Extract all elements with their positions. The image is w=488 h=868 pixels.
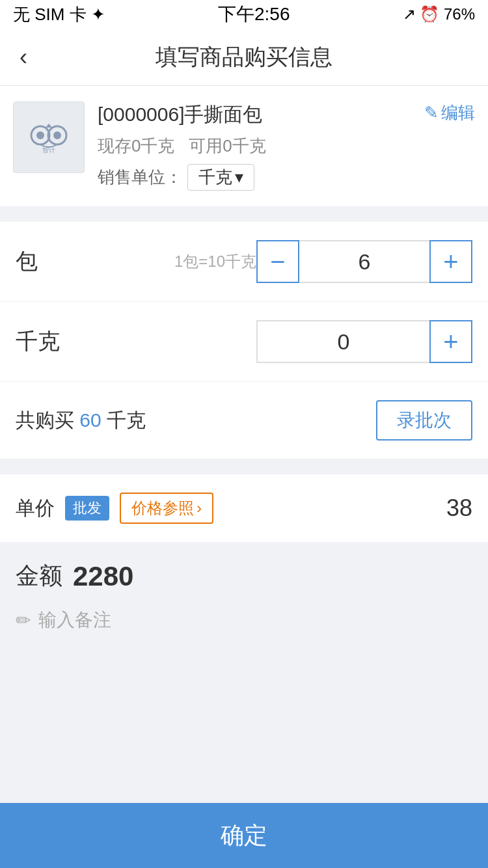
kg-qty-input[interactable] [256, 320, 429, 363]
separator-2 [0, 467, 488, 474]
price-value: 38 [446, 495, 472, 522]
package-plus-button[interactable]: + [429, 240, 472, 283]
svg-point-3 [53, 131, 61, 139]
product-info: [0000006]手撕面包 ✎ 编辑 现存0千克 可用0千克 销售单位： 千克 … [98, 102, 475, 191]
amount-label: 金额 [16, 560, 62, 592]
total-text: 共购买 60 千克 [16, 407, 146, 434]
package-qty-input[interactable] [299, 240, 429, 283]
nav-bar: ‹ 填写商品购买信息 [0, 29, 488, 86]
amount-section: 金额 2280 ✏ 输入备注 [0, 542, 488, 803]
price-section: 单价 批发 价格参照 › 38 [0, 474, 488, 542]
status-time: 下午2:56 [218, 2, 290, 27]
total-section: 共购买 60 千克 录批次 [0, 382, 488, 459]
edit-icon: ✎ [424, 103, 439, 123]
package-label: 包 [16, 247, 168, 277]
confirm-button[interactable]: 确定 [0, 803, 488, 868]
chevron-right-icon: › [197, 499, 202, 517]
price-type-tag: 批发 [65, 496, 109, 521]
total-amount: 60 [79, 409, 101, 431]
batch-button[interactable]: 录批次 [376, 400, 472, 441]
separator-1 [0, 214, 488, 222]
page-title: 填写商品购买信息 [156, 42, 332, 72]
status-left: 无 SIM 卡 ✦ [13, 3, 105, 26]
note-row[interactable]: ✏ 输入备注 [16, 608, 472, 632]
product-card: 智计 [0000006]手撕面包 ✎ 编辑 现存0千克 可用0千克 销售单位： … [0, 86, 488, 206]
sim-status: 无 SIM 卡 ✦ [13, 3, 105, 26]
edit-button[interactable]: ✎ 编辑 [424, 102, 475, 124]
package-hint: 1包=10千克 [174, 251, 256, 272]
amount-row: 金额 2280 [16, 560, 472, 592]
product-stock: 现存0千克 可用0千克 [98, 135, 475, 157]
price-label: 单价 [16, 495, 55, 522]
kg-plus-button[interactable]: + [429, 320, 472, 363]
package-qty-row: 包 1包=10千克 − + [0, 222, 488, 302]
note-placeholder: 输入备注 [38, 608, 111, 632]
kg-qty-control: + [256, 320, 472, 363]
product-unit: 销售单位： 千克 ▾ [98, 164, 475, 191]
product-name: [0000006]手撕面包 [98, 102, 262, 128]
status-right: ↗ ⏰ 76% [403, 5, 475, 23]
amount-value: 2280 [73, 561, 133, 592]
package-qty-control: − + [256, 240, 472, 283]
pencil-icon: ✏ [16, 610, 31, 631]
back-button[interactable]: ‹ [13, 37, 34, 77]
svg-text:智计: 智计 [42, 146, 55, 154]
product-image: 智计 [13, 102, 85, 173]
status-bar: 无 SIM 卡 ✦ 下午2:56 ↗ ⏰ 76% [0, 0, 488, 29]
kg-label: 千克 [16, 329, 60, 353]
product-logo-icon: 智计 [26, 121, 72, 154]
package-minus-button[interactable]: − [256, 240, 299, 283]
svg-point-2 [36, 131, 44, 139]
unit-select[interactable]: 千克 ▾ [187, 164, 254, 191]
package-section: 包 1包=10千克 − + 千克 + [0, 222, 488, 382]
price-ref-button[interactable]: 价格参照 › [120, 493, 213, 524]
kg-qty-row: 千克 + [0, 302, 488, 382]
